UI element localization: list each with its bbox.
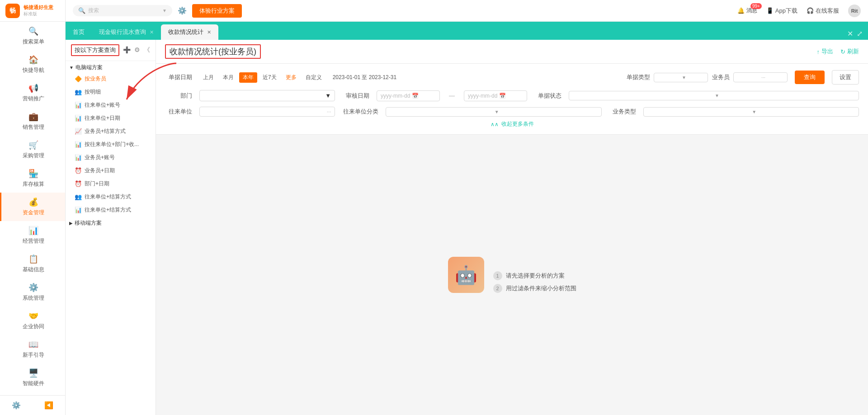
- doc-status-label: 单据状态: [534, 92, 561, 100]
- scheme-partner-date[interactable]: 📊 往来单位+日期: [69, 112, 156, 125]
- last-month-tab[interactable]: 上月: [199, 72, 217, 83]
- scheme-salesperson-date[interactable]: ⏰ 业务员+日期: [69, 164, 156, 177]
- sidebar-item-system[interactable]: ⚙️ 系统管理: [0, 278, 65, 307]
- edition-text: 标准版: [24, 11, 53, 17]
- left-panel-header: 按以下方案查询 ➕ ⚙ 《: [66, 40, 156, 61]
- search-btn[interactable]: 查询: [795, 71, 825, 84]
- mobile-arrow-icon: ▶: [69, 221, 73, 226]
- dept-date-icon: ⏰: [75, 180, 82, 187]
- logo-text: 畅捷通好生意: [24, 4, 53, 11]
- scheme-partner-payment1[interactable]: 👥 往来单位+结算方式: [69, 190, 156, 203]
- sidebar-item-guide[interactable]: 📖 新手引导: [0, 335, 65, 363]
- tab-home[interactable]: 首页: [66, 24, 92, 40]
- more-date-tab[interactable]: 更多: [282, 72, 300, 83]
- sidebar-item-marketing[interactable]: 📢 营销推广: [0, 79, 65, 107]
- online-service-link[interactable]: 🎧 在线客服: [807, 7, 839, 15]
- sidebar-settings-icon[interactable]: ⚙️: [12, 401, 21, 410]
- scheme-salesperson-payment[interactable]: 📈 业务员+结算方式: [69, 125, 156, 138]
- left-panel-icons: ➕ ⚙ 《: [123, 46, 150, 54]
- user-avatar: Rit: [848, 5, 861, 17]
- biz-type-select[interactable]: ▼: [643, 107, 859, 117]
- add-scheme-icon[interactable]: ➕: [123, 46, 131, 54]
- scheme-salesperson-account[interactable]: 📊 业务员+账号: [69, 151, 156, 164]
- collapse-icon: ∧∧: [491, 121, 499, 127]
- desktop-arrow-icon: ▼: [69, 65, 74, 70]
- biz-type-label: 业务类型: [609, 108, 636, 116]
- sidebar-item-purchase[interactable]: 🛒 采购管理: [0, 136, 65, 164]
- content-area: 🤖 1 请先选择要分析的方案 2 用过滤条件来缩小分析范围: [156, 135, 868, 415]
- doc-type-select[interactable]: ▼: [654, 73, 708, 82]
- partner-payment2-icon: 📊: [75, 207, 82, 213]
- logo-area: 畅 畅捷通好生意 标准版: [0, 0, 65, 22]
- custom-date-tab[interactable]: 自定义: [302, 72, 326, 83]
- dept-label: 部门: [165, 92, 192, 100]
- operations-icon: 📊: [28, 226, 38, 236]
- scheme-by-salesperson[interactable]: 🔶 按业务员: [69, 72, 156, 85]
- user-avatar-area[interactable]: Rit: [848, 5, 861, 17]
- sidebar-item-basic[interactable]: 📋 基础信息: [0, 250, 65, 278]
- trial-btn[interactable]: 体验行业方案: [192, 4, 242, 18]
- basic-info-icon: 📋: [28, 254, 38, 264]
- sidebar-item-hardware[interactable]: 🖥️ 智能硬件: [0, 363, 65, 392]
- header-gear-icon[interactable]: ⚙️: [178, 6, 187, 15]
- last-7-days-tab[interactable]: 近7天: [259, 72, 280, 83]
- refresh-icon: ↻: [840, 48, 845, 55]
- tab-bank-flow[interactable]: 现金银行流水查询 ✕: [92, 24, 161, 40]
- partner-select[interactable]: ···: [199, 107, 335, 117]
- salesperson-more-icon: ···: [761, 75, 783, 80]
- sidebar-item-operations[interactable]: 📊 经营管理: [0, 221, 65, 250]
- tab-bar: 首页 现金银行流水查询 ✕ 收款情况统计 ✕ ✕ ⤢: [66, 22, 868, 40]
- sidebar-item-sales[interactable]: 💼 销售管理: [0, 107, 65, 136]
- sidebar-collapse-icon[interactable]: ◀️: [44, 401, 53, 410]
- scheme-settings-icon[interactable]: ⚙: [134, 46, 140, 54]
- scheme-partner-account[interactable]: 📊 往来单位+账号: [69, 99, 156, 112]
- sidebar-item-quicknav[interactable]: 🏠 快捷导航: [0, 50, 65, 79]
- robot-illustration: 🤖: [448, 257, 484, 293]
- partner-payment1-icon: 👥: [75, 193, 82, 200]
- scheme-partner-payment2[interactable]: 📊 往来单位+结算方式: [69, 203, 156, 217]
- audit-date-label: 审核日期: [342, 92, 369, 100]
- tab-close-bank[interactable]: ✕: [150, 29, 154, 35]
- partner-category-select[interactable]: ▼: [386, 107, 602, 117]
- header-search-box[interactable]: 🔍 搜索 ▼: [73, 5, 172, 16]
- scheme-dept-date[interactable]: ⏰ 部门+日期: [69, 177, 156, 190]
- collapse-btn[interactable]: ∧∧ 收起更多条件: [165, 120, 859, 128]
- sales-icon: 💼: [28, 112, 38, 122]
- scheme-collapse-icon[interactable]: 《: [144, 46, 150, 54]
- this-year-tab[interactable]: 本年: [239, 72, 257, 83]
- refresh-btn[interactable]: ↻ 刷新: [840, 47, 859, 56]
- date-label: 单据日期: [165, 73, 192, 81]
- scheme-partner-dept[interactable]: 📊 按往来单位+部门+收...: [69, 138, 156, 151]
- tab-close-all-icon[interactable]: ✕: [847, 29, 853, 38]
- logo-icon: 畅: [5, 4, 20, 18]
- salesperson-date-icon: ⏰: [75, 167, 82, 174]
- export-icon: ↑: [817, 48, 820, 55]
- dept-select[interactable]: ▼: [199, 90, 335, 101]
- salesperson-payment-icon: 📈: [75, 128, 82, 135]
- desktop-scheme-section[interactable]: ▼ 电脑端方案: [66, 61, 156, 72]
- export-btn[interactable]: ↑ 导出: [817, 47, 834, 56]
- audit-date-from[interactable]: yyyy-mm-dd 📅: [377, 90, 440, 101]
- tab-maximize-icon[interactable]: ⤢: [857, 29, 863, 38]
- message-icon: 🔔: [737, 7, 745, 14]
- settings-btn[interactable]: 设置: [832, 70, 859, 85]
- sidebar-item-enterprise[interactable]: 🤝 企业协同: [0, 307, 65, 335]
- sidebar-item-wechat[interactable]: 💬 企业微信: [0, 392, 65, 395]
- doc-status-select[interactable]: ▼: [569, 91, 859, 100]
- scheme-by-detail[interactable]: 👥 按明细: [69, 85, 156, 99]
- hardware-icon: 🖥️: [28, 368, 38, 378]
- salesperson-select[interactable]: ···: [733, 72, 788, 82]
- page-title-bar: 收款情况统计(按业务员) ↑ 导出 ↻ 刷新: [156, 40, 868, 64]
- sidebar-item-finance[interactable]: 💰 资金管理: [0, 193, 65, 221]
- tab-collection-stats[interactable]: 收款情况统计 ✕: [161, 24, 218, 40]
- app-download-link[interactable]: 📱 App下载: [766, 7, 797, 15]
- mobile-scheme-section[interactable]: ▶ 移动端方案: [66, 217, 156, 228]
- notification-area[interactable]: 🔔 消息 99+: [737, 7, 757, 14]
- tab-close-collection[interactable]: ✕: [207, 29, 211, 35]
- partner-category-label: 往来单位分类: [342, 108, 378, 116]
- search-area: 单据日期 上月 本月 本年 近7天 更多 自定义 2023-01-01 至 20…: [156, 64, 868, 135]
- this-month-tab[interactable]: 本月: [219, 72, 237, 83]
- audit-date-to[interactable]: yyyy-mm-dd 📅: [464, 90, 527, 101]
- sidebar-item-warehouse[interactable]: 🏪 库存核算: [0, 164, 65, 193]
- sidebar-item-search[interactable]: 🔍 搜索菜单: [0, 22, 65, 50]
